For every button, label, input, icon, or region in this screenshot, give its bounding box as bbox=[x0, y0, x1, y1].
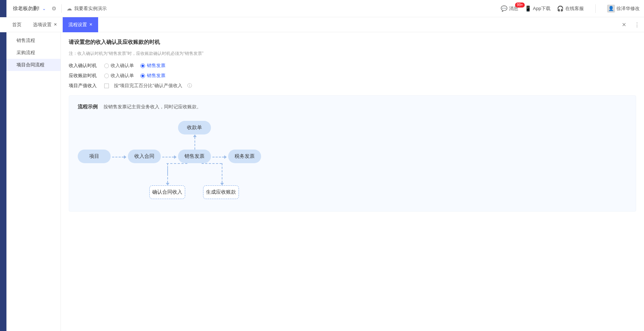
radio-group-receivable: 收入确认单 销售发票 bbox=[104, 72, 165, 79]
page-title: 请设置您的收入确认及应收账款的时机 bbox=[69, 39, 636, 46]
messages-button[interactable]: 💬 消息 99+ bbox=[501, 5, 518, 12]
content: 请设置您的收入确认及应收账款的时机 注：收入确认时机为“销售发票”时，应收账款确… bbox=[61, 32, 644, 331]
brand-stripe bbox=[0, 0, 6, 17]
tabbar: 首页 选项设置 ✕ 流程设置 ✕ ✕ ⋮ bbox=[0, 17, 644, 32]
sidemenu-item-purchase[interactable]: 采购流程 bbox=[6, 47, 61, 59]
arrow-icon bbox=[112, 155, 126, 159]
close-icon[interactable]: ✕ bbox=[89, 22, 92, 27]
radio-icon bbox=[104, 63, 109, 68]
close-all-icon[interactable]: ✕ bbox=[620, 19, 629, 30]
arrow-icon bbox=[167, 163, 187, 174]
radio-icon bbox=[140, 74, 145, 78]
tab-label: 流程设置 bbox=[68, 22, 87, 28]
sidemenu-label: 销售流程 bbox=[16, 38, 35, 43]
flow-example-box: 流程示例 按销售发票记主营业务收入，同时记应收账款。 收款单 项目 收入合同 销… bbox=[69, 95, 636, 212]
radio-label: 销售发票 bbox=[147, 62, 165, 69]
radio-icon bbox=[140, 63, 145, 68]
company-selector[interactable]: 徐老板勿删! ⌄ bbox=[9, 5, 49, 12]
header-right: 💬 消息 99+ 📱 App下载 🎧 在线客服 👤 徐泽华修改 bbox=[501, 4, 640, 13]
connector-line bbox=[167, 163, 187, 164]
radio-icon bbox=[104, 74, 109, 78]
sidemenu-item-project-contract[interactable]: 项目合同流程 bbox=[6, 59, 61, 71]
username: 徐泽华修改 bbox=[616, 5, 640, 12]
node-receipt: 收款单 bbox=[178, 121, 211, 134]
form-label: 项目产值收入 bbox=[69, 82, 99, 89]
checkbox-percentage[interactable] bbox=[104, 84, 109, 88]
tab-options[interactable]: 选项设置 ✕ bbox=[27, 17, 63, 32]
main: 销售流程 采购流程 项目合同流程 请设置您的收入确认及应收账款的时机 注：收入确… bbox=[0, 32, 644, 331]
top-header: 徐老板勿删! ⌄ ⚙ ☁ 我要看实例演示 💬 消息 99+ 📱 App下载 🎧 … bbox=[0, 0, 644, 17]
arrow-icon bbox=[166, 163, 169, 185]
arrow-icon bbox=[162, 155, 177, 159]
user-menu[interactable]: 👤 徐泽华修改 bbox=[607, 5, 640, 13]
service-label: 在线客服 bbox=[565, 5, 584, 12]
service-button[interactable]: 🎧 在线客服 bbox=[557, 5, 584, 12]
arrow-icon bbox=[212, 155, 227, 159]
brand-stripe-tall bbox=[0, 32, 6, 331]
page-note: 注：收入确认时机为“销售发票”时，应收账款确认时机必须为“销售发票” bbox=[69, 51, 636, 57]
flow-desc: 按销售发票记主营业务收入，同时记应收账款。 bbox=[104, 104, 201, 110]
tab-home[interactable]: 首页 bbox=[6, 17, 27, 32]
demo-link[interactable]: ☁ 我要看实例演示 bbox=[67, 5, 107, 12]
message-icon: 💬 bbox=[501, 5, 508, 12]
tab-label: 首页 bbox=[12, 22, 21, 28]
flow-header: 流程示例 按销售发票记主营业务收入，同时记应收账款。 bbox=[78, 104, 627, 110]
gear-icon[interactable]: ⚙ bbox=[52, 5, 56, 12]
radio-recv-confirm[interactable]: 收入确认单 bbox=[104, 72, 134, 79]
form-label: 收入确认时机 bbox=[69, 62, 99, 69]
radio-income-invoice[interactable]: 销售发票 bbox=[140, 62, 165, 69]
sidemenu-label: 采购流程 bbox=[16, 50, 35, 55]
close-icon[interactable]: ✕ bbox=[54, 22, 57, 27]
avatar: 👤 bbox=[607, 5, 615, 13]
company-name: 徐老板勿删! bbox=[13, 5, 39, 12]
radio-income-confirm[interactable]: 收入确认单 bbox=[104, 62, 134, 69]
cloud-icon: ☁ bbox=[67, 5, 72, 12]
sidemenu: 销售流程 采购流程 项目合同流程 bbox=[6, 32, 61, 331]
phone-icon: 📱 bbox=[525, 5, 532, 12]
node-income-contract: 收入合同 bbox=[128, 150, 161, 163]
help-icon[interactable]: ⓘ bbox=[187, 82, 192, 89]
radio-label: 销售发票 bbox=[147, 72, 165, 79]
radio-label: 收入确认单 bbox=[111, 72, 134, 79]
demo-link-label: 我要看实例演示 bbox=[74, 5, 107, 12]
sidemenu-label: 项目合同流程 bbox=[16, 62, 44, 67]
row-receivable-timing: 应收账款时机 收入确认单 销售发票 bbox=[69, 72, 636, 79]
node-generate-receivable: 生成应收账款 bbox=[203, 185, 239, 199]
form-label: 应收账款时机 bbox=[69, 72, 99, 79]
messages-badge: 99+ bbox=[515, 3, 525, 8]
tab-flow-settings[interactable]: 流程设置 ✕ bbox=[63, 17, 98, 32]
radio-recv-invoice[interactable]: 销售发票 bbox=[140, 72, 165, 79]
divider bbox=[595, 4, 596, 13]
arrow-icon bbox=[193, 134, 197, 150]
node-project: 项目 bbox=[78, 150, 111, 163]
row-output-value: 项目产值收入 按“项目完工百分比”确认产值收入 ⓘ bbox=[69, 82, 636, 89]
node-confirm-contract-income: 确认合同收入 bbox=[149, 185, 185, 199]
tabbar-right: ✕ ⋮ bbox=[620, 19, 644, 30]
headset-icon: 🎧 bbox=[557, 5, 564, 12]
more-icon[interactable]: ⋮ bbox=[632, 19, 642, 30]
chevron-down-icon: ⌄ bbox=[42, 6, 46, 11]
checkbox-label: 按“项目完工百分比”确认产值收入 bbox=[114, 82, 182, 89]
sidemenu-item-sales[interactable]: 销售流程 bbox=[6, 34, 61, 47]
tab-label: 选项设置 bbox=[33, 22, 52, 28]
flow-diagram: 收款单 项目 收入合同 销售发票 税务发票 确认合同收入 生成应收账款 bbox=[78, 121, 271, 203]
node-sales-invoice: 销售发票 bbox=[178, 150, 211, 163]
node-tax-invoice: 税务发票 bbox=[228, 150, 261, 163]
divider bbox=[61, 4, 62, 13]
flow-title: 流程示例 bbox=[78, 104, 98, 110]
app-download-button[interactable]: 📱 App下载 bbox=[525, 5, 551, 12]
connector-line bbox=[202, 163, 222, 164]
app-download-label: App下载 bbox=[533, 5, 551, 12]
radio-label: 收入确认单 bbox=[111, 62, 134, 69]
arrow-icon bbox=[220, 163, 224, 185]
row-income-timing: 收入确认时机 收入确认单 销售发票 bbox=[69, 62, 636, 69]
radio-group-income: 收入确认单 销售发票 bbox=[104, 62, 165, 69]
